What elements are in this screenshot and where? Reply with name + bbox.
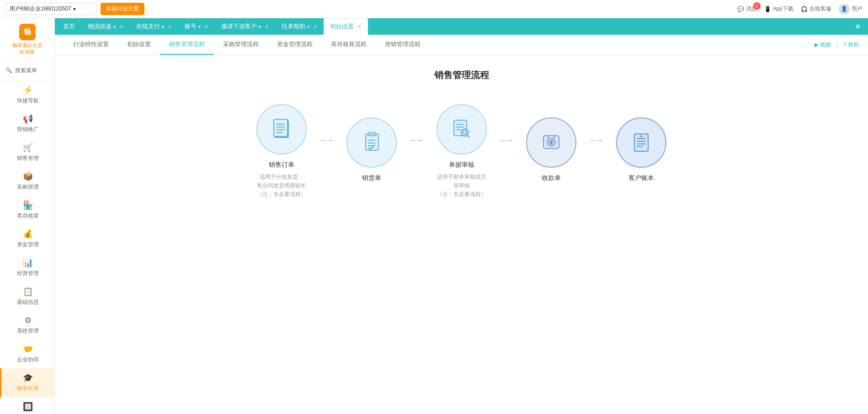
sub-tab-label: 库存核算流程 (331, 41, 367, 48)
nav-tab-payment[interactable]: 在线支付 ▾ ✕ (130, 18, 178, 35)
sidebar: 畅 畅库通好生意标准版 🔍 搜索菜单 ⚡ 快捷导航 📢 营销推广 🛒 销售管理 … (0, 18, 55, 414)
step-name-sales-order: 销售订单 (269, 161, 294, 169)
finance-icon: 💰 (23, 229, 33, 239)
user-label: 用户690企业1660120507 (10, 5, 71, 13)
flow-circle-sales-order (256, 104, 307, 154)
sidebar-item-label: 资金管理 (17, 241, 39, 249)
experience-button[interactable]: 体验行业方案 (101, 3, 144, 15)
close-icon: ✕ (168, 24, 172, 30)
sidebar-item-app-center[interactable]: 🔲 应用中心 (0, 397, 54, 414)
search-menu-label: 搜索菜单 (15, 67, 37, 74)
message-badge: 6 (753, 2, 761, 10)
nav-bar: 首页 物流快递 ▾ ✕ 在线支付 ▾ ✕ 账号 ▾ ✕ 邀请下游客户 ▾ ✕ (55, 18, 868, 35)
nav-tab-label: 邀请下游客户 (221, 22, 257, 31)
quick-nav-icon: ⚡ (23, 85, 33, 95)
svg-text:¥: ¥ (639, 134, 643, 138)
flow-step-approval: 单据审核 适用于财务审核或主管审核（注：非必要流程） (425, 104, 498, 199)
flow-arrow-2: ···→ (410, 135, 423, 168)
online-service-label: 在线客服 (809, 5, 831, 13)
sidebar-item-enterprise[interactable]: 🤝 企业协同 (0, 340, 54, 368)
nav-tab-invite[interactable]: 邀请下游客户 ▾ ✕ (215, 18, 275, 35)
sidebar-item-purchase[interactable]: 📦 采购管理 (0, 167, 54, 196)
logo-text: 畅库通好生意标准版 (12, 42, 43, 55)
svg-rect-11 (368, 133, 376, 136)
svg-line-21 (467, 135, 469, 138)
sidebar-item-label: 库存核算 (17, 212, 39, 220)
sidebar-item-operation[interactable]: 📊 经营管理 (0, 253, 54, 282)
top-bar: 用户690企业1660120507 ▾ 体验行业方案 💬 消息 6 📱 App下… (0, 0, 868, 18)
nav-tab-home[interactable]: 首页 (57, 18, 81, 35)
nav-tab-label: 往来期初 (282, 22, 305, 31)
flow-diagram: 销售订单 适用于分批发货、有合同发货周期较长（注：非必要流程） ···→ (245, 104, 678, 199)
svg-text:¥: ¥ (550, 139, 553, 146)
flow-step-receipt: ¥ 收款单 (515, 117, 588, 186)
sidebar-item-inventory[interactable]: 🏪 库存核算 (0, 196, 54, 224)
help-link[interactable]: ? 帮助 (843, 41, 859, 49)
step-name-delivery: 销货单 (362, 174, 381, 182)
sub-tab-marketing-flow[interactable]: 营销管理流程 (376, 35, 430, 55)
user-name-label: 用户 (852, 5, 863, 13)
flow-circle-receipt: ¥ (526, 117, 576, 168)
flow-arrow-1: ···→ (320, 135, 333, 168)
flow-circle-delivery (346, 117, 397, 168)
sub-tab-inventory-flow[interactable]: 库存核算流程 (322, 35, 376, 55)
sub-tab-sales-flow[interactable]: 销售管理流程 (160, 35, 214, 55)
sidebar-item-sales[interactable]: 🛒 销售管理 (0, 138, 54, 167)
svg-rect-5 (274, 119, 288, 137)
flow-step-ledger: ¥ 客户账本 (605, 117, 678, 186)
sub-tab-purchase-flow[interactable]: 采购管理流程 (214, 35, 268, 55)
nav-tab-initial-setup[interactable]: 初始设置 ✕ (324, 18, 368, 35)
search-doc-icon (450, 118, 473, 141)
video-help-link[interactable]: ▶ 视频 (815, 41, 831, 49)
avatar: 👤 (839, 4, 850, 15)
nav-tab-account[interactable]: 账号 ▾ ✕ (178, 18, 215, 35)
step-desc-approval: 适用于财务审核或主管审核（注：非必要流程） (437, 173, 486, 199)
sidebar-item-label: 新手引导 (17, 385, 39, 393)
nav-tab-logistics[interactable]: 物流快递 ▾ ✕ (81, 18, 130, 35)
help-label: 帮助 (848, 41, 859, 49)
user-selector[interactable]: 用户690企业1660120507 ▾ (5, 3, 97, 15)
sidebar-item-finance[interactable]: 💰 资金管理 (0, 224, 54, 253)
purchase-icon: 📦 (23, 171, 33, 181)
sidebar-logo: 畅 畅库通好生意标准版 (0, 18, 54, 61)
flow-title: 销售管理流程 (434, 69, 489, 81)
marketing-icon: 📢 (23, 114, 33, 124)
sub-tab-label: 营销管理流程 (385, 41, 421, 48)
enterprise-icon: 🤝 (23, 344, 33, 354)
headset-icon: 🎧 (801, 6, 808, 12)
close-icon: ✕ (265, 24, 269, 30)
sub-tab-finance-flow[interactable]: 资金管理流程 (268, 35, 322, 55)
sidebar-item-system[interactable]: ⚙ 系统管理 (0, 311, 54, 340)
play-icon: ▶ (815, 42, 819, 48)
flow-circle-approval (437, 104, 487, 154)
download-icon: 📱 (764, 6, 771, 12)
step-desc-sales-order: 适用于分批发货、有合同发货周期较长（注：非必要流程） (257, 173, 306, 199)
sidebar-item-basic[interactable]: 📋 基础信息 (0, 282, 54, 311)
nav-bar-close-button[interactable]: ✕ (849, 22, 866, 31)
nav-tab-label: 首页 (63, 22, 75, 31)
flow-area: 销售管理流程 (55, 55, 868, 414)
sub-tab-label: 采购管理流程 (223, 41, 259, 48)
sidebar-item-newbie[interactable]: 🎓 新手引导 (0, 368, 54, 397)
ledger-icon: ¥ (630, 131, 653, 154)
sub-tab-industry[interactable]: 行业特性设置 (64, 35, 118, 55)
chevron-down-icon: ▾ (162, 24, 164, 29)
user-avatar-item[interactable]: 👤 用户 (839, 4, 863, 15)
online-service-item[interactable]: 🎧 在线客服 (801, 5, 831, 13)
sidebar-item-quick-nav[interactable]: ⚡ 快捷导航 (0, 80, 54, 109)
step-name-approval: 单据审核 (449, 161, 474, 169)
message-item[interactable]: 💬 消息 6 (737, 5, 757, 13)
video-label: 视频 (820, 41, 831, 49)
chevron-down-icon: ▾ (198, 24, 201, 29)
app-download-item[interactable]: 📱 App下载 (764, 5, 793, 13)
sidebar-search-area: 🔍 搜索菜单 (0, 61, 54, 80)
sub-tabs-right: ▶ 视频 | ? 帮助 (815, 41, 859, 49)
svg-point-20 (463, 130, 466, 134)
nav-tab-history[interactable]: 往来期初 ▾ ✕ (275, 18, 324, 35)
sub-tab-initial[interactable]: 初始设置 (118, 35, 160, 55)
search-menu-button[interactable]: 🔍 搜索菜单 (4, 65, 51, 76)
basic-icon: 📋 (23, 287, 33, 297)
top-bar-right: 💬 消息 6 📱 App下载 🎧 在线客服 👤 用户 (737, 4, 863, 15)
sidebar-item-label: 营销推广 (17, 126, 39, 133)
sidebar-item-marketing[interactable]: 📢 营销推广 (0, 109, 54, 138)
